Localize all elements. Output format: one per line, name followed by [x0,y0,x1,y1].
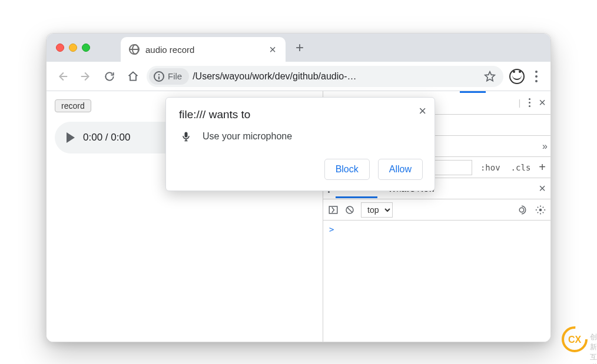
devtools-menu-button[interactable] [529,98,530,107]
chip-label: File [168,71,182,81]
maximize-window-button[interactable] [82,44,90,52]
console-body[interactable]: > [323,221,550,342]
tab-title: audio record [145,45,261,55]
more-sidebar-tabs[interactable]: » [542,141,546,152]
site-info-chip[interactable]: File [149,68,189,85]
url-text: /Users/wayou/work/dev/github/audio-… [193,71,480,82]
microphone-icon [180,131,192,142]
browser-window: audio record × + File /Users/wayou/work/… [46,33,551,342]
permission-actions: Block Allow [179,159,423,180]
minimize-window-button[interactable] [69,44,77,52]
reload-button[interactable] [100,66,120,86]
forward-button[interactable] [76,66,96,86]
home-button[interactable] [123,66,143,86]
console-prompt-icon: > [329,225,334,234]
plus-icon: + [296,39,304,56]
block-button[interactable]: Block [324,159,370,180]
audio-time: 0:00 / 0:00 [83,132,130,143]
devtools-close-button[interactable]: × [539,96,546,109]
browser-menu-button[interactable] [528,68,545,85]
console-toolbar: top [323,199,550,221]
live-expression-icon[interactable] [516,205,527,215]
new-tab-button[interactable]: + [286,34,314,62]
home-icon [127,71,139,82]
close-window-button[interactable] [56,44,64,52]
permission-text: Use your microphone [203,131,292,142]
console-context-select[interactable]: top [361,202,393,218]
console-sidebar-toggle-icon[interactable] [328,205,339,215]
permission-dialog: × file:/// wants to Use your microphone … [165,97,435,191]
bookmark-star-icon[interactable] [483,70,496,83]
record-button[interactable]: record [55,99,91,112]
svg-rect-4 [185,132,188,138]
clear-console-icon[interactable] [344,205,355,215]
add-style-button[interactable]: + [539,161,546,174]
back-button[interactable] [52,66,72,86]
play-icon[interactable] [67,132,75,143]
drawer-close-button[interactable]: × [539,182,546,195]
cls-button[interactable]: .cls [509,162,533,173]
ninja-icon [512,73,522,80]
toolbar: File /Users/wayou/work/dev/github/audio-… [47,62,550,91]
cx-logo-icon: CX [562,326,588,352]
corner-watermark: CX 创新互联 [562,326,588,355]
svg-point-2 [519,208,524,212]
tab-strip: audio record × + [47,34,550,62]
globe-icon [129,44,140,55]
svg-rect-0 [329,206,337,213]
browser-tab[interactable]: audio record × [121,37,286,62]
allow-button[interactable]: Allow [378,159,423,180]
brand-text: 创新互联 [590,332,597,364]
info-icon [154,71,164,82]
arrow-left-icon [56,70,69,83]
permission-title: file:/// wants to [179,108,423,121]
address-bar[interactable]: File /Users/wayou/work/dev/github/audio-… [147,66,503,87]
console-settings-icon[interactable] [535,205,546,215]
arrow-right-icon [79,70,92,83]
active-tab-indicator [460,91,486,93]
dialog-close-button[interactable]: × [419,103,426,119]
tab-close-button[interactable]: × [267,42,278,58]
svg-point-3 [539,208,542,211]
traffic-lights [47,34,100,62]
permission-row: Use your microphone [180,131,423,142]
reload-icon [104,71,115,82]
svg-text:CX: CX [568,335,582,345]
profile-avatar[interactable] [509,69,525,84]
hov-button[interactable]: :hov [478,162,503,173]
